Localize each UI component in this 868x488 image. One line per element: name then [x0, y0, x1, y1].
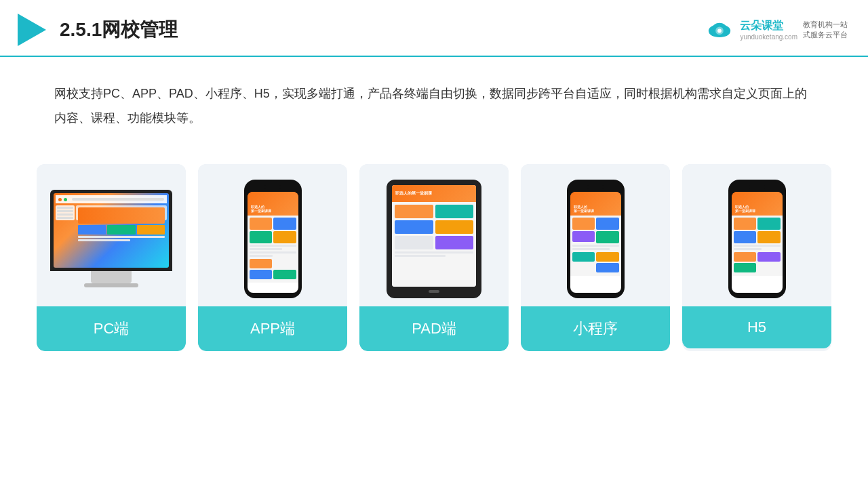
- card-pad-label: PAD端: [359, 306, 509, 351]
- header-left: 2.5.1网校管理: [14, 12, 178, 47]
- card-pc: PC端: [37, 164, 186, 351]
- logo-area: 云朵课堂 yunduoketang.com 教育机构一站 式服务云平台: [705, 19, 848, 41]
- card-pad: 职选人的第一堂刷课: [359, 164, 509, 351]
- card-pc-image: [37, 164, 186, 306]
- card-app-image: 职选人的第一堂刷课课: [198, 164, 347, 306]
- phone-mockup-h5: 职选人的第一堂刷课课: [728, 180, 786, 298]
- platform-cards: PC端 职选人的第一堂刷课课: [0, 144, 868, 351]
- logo-text-group: 云朵课堂 yunduoketang.com: [740, 19, 797, 41]
- header: 2.5.1网校管理 云朵课堂 yunduoketang.com 教育机构一站 式…: [0, 0, 868, 57]
- logo-name: 云朵课堂: [740, 19, 797, 33]
- phone-mockup-mini: 职选人的第一堂刷课课: [567, 180, 625, 298]
- card-pc-label: PC端: [37, 306, 186, 351]
- card-pad-image: 职选人的第一堂刷课: [359, 164, 509, 306]
- tablet-mockup: 职选人的第一堂刷课: [387, 180, 481, 298]
- play-icon: [14, 12, 49, 47]
- svg-marker-0: [18, 14, 46, 46]
- svg-point-6: [718, 29, 722, 33]
- card-app: 职选人的第一堂刷课课: [198, 164, 347, 351]
- logo-url: yunduoketang.com: [740, 33, 797, 41]
- card-h5-image: 职选人的第一堂刷课课: [682, 164, 831, 306]
- description-text: 网校支持PC、APP、PAD、小程序、H5，实现多端打通，产品各终端自由切换，数…: [0, 57, 868, 144]
- card-app-label: APP端: [198, 306, 347, 351]
- phone-mockup-app: 职选人的第一堂刷课课: [244, 180, 302, 298]
- card-h5-label: H5: [682, 306, 831, 348]
- logo-tagline: 教育机构一站 式服务云平台: [803, 20, 848, 41]
- cloud-logo-icon: [705, 20, 734, 40]
- card-miniprogram: 职选人的第一堂刷课课: [521, 164, 670, 351]
- page-title: 2.5.1网校管理: [60, 17, 178, 43]
- card-miniprogram-image: 职选人的第一堂刷课课: [521, 164, 670, 306]
- card-h5: 职选人的第一堂刷课课: [682, 164, 831, 351]
- monitor-mockup: [50, 190, 172, 287]
- card-miniprogram-label: 小程序: [521, 306, 670, 351]
